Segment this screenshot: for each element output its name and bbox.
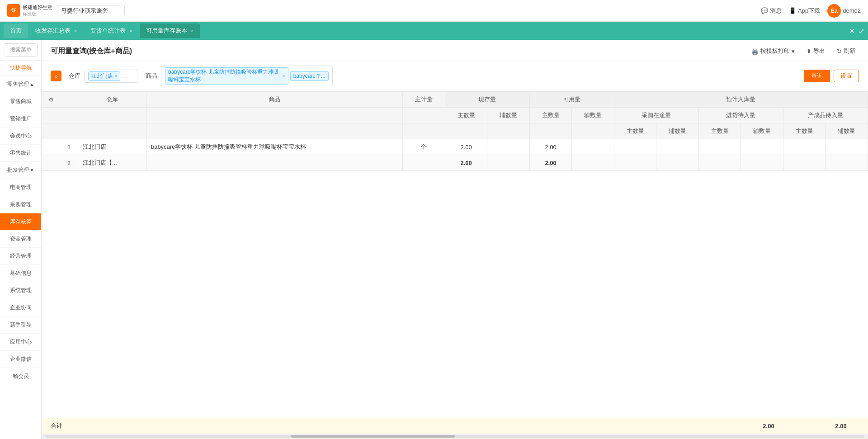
sidebar-item-system-mgmt[interactable]: 系统管理 bbox=[0, 282, 41, 299]
td-pro-main-2 bbox=[783, 155, 826, 171]
sidebar-item-ops-mgmt[interactable]: 经营管理 bbox=[0, 248, 41, 265]
sidebar-item-retail-mall[interactable]: 零售商城 bbox=[0, 93, 41, 110]
th-warehouse: 仓库 bbox=[78, 92, 146, 108]
td-unit-2 bbox=[403, 155, 445, 171]
print-icon: 🖨️ bbox=[751, 48, 759, 55]
chevron-down-icon-2: ▼ bbox=[30, 168, 34, 173]
product-tag-container[interactable]: babycare学饮杯 儿童防摔防撞吸管杯重力球吸嘴杯宝宝水杯 × babyca… bbox=[161, 66, 333, 86]
query-btn[interactable]: 查询 bbox=[804, 70, 830, 82]
logo-area: 好 畅捷通好生意 标准版 bbox=[7, 4, 52, 17]
th-num-sub bbox=[60, 108, 78, 123]
warehouse-tag: 江北门店 × bbox=[88, 71, 120, 81]
td-warehouse-1: 江北门店 bbox=[78, 139, 146, 155]
nav-tabs-right: ✕ ⤢ bbox=[849, 27, 868, 35]
sidebar-item-retail-stats[interactable]: 零售统计 bbox=[0, 145, 41, 162]
quick-nav-btn[interactable]: 快捷导航 bbox=[0, 61, 41, 76]
scrollbar-track bbox=[45, 435, 864, 438]
summary-label: 合计 bbox=[51, 422, 114, 430]
td-cur-aux-1 bbox=[487, 139, 530, 155]
th-avl-aux-3 bbox=[572, 123, 614, 139]
tab-receivable[interactable]: 收发存汇总表 × bbox=[29, 24, 83, 38]
sidebar-item-enterprise-wechat[interactable]: 企业微信 bbox=[0, 351, 41, 368]
tab-receivable-close[interactable]: × bbox=[74, 28, 77, 33]
sidebar-item-ecommerce-mgmt[interactable]: 电商管理 bbox=[0, 179, 41, 196]
tab-available-stock[interactable]: 可用量库存账本 × bbox=[140, 24, 200, 38]
warehouse-tag-container[interactable]: 江北门店 × ... bbox=[84, 70, 138, 83]
sidebar-item-finance-mgmt[interactable]: 资金管理 bbox=[0, 231, 41, 248]
product-label: 商品 bbox=[146, 72, 157, 80]
warehouse-more[interactable]: ... bbox=[122, 73, 127, 80]
th-num-3 bbox=[60, 123, 78, 139]
chevron-down-icon: ▲ bbox=[30, 82, 34, 87]
sidebar-item-member-center[interactable]: 会员中心 bbox=[0, 127, 41, 145]
search-menu-btn[interactable]: 搜索菜单 bbox=[4, 43, 38, 57]
td-settings-2 bbox=[42, 155, 60, 171]
settings-btn[interactable]: 设置 bbox=[834, 70, 859, 82]
page-actions: 🖨️ 按模板打印 ▾ ⬆ 导出 ↻ 刷新 bbox=[748, 45, 859, 57]
sidebar-item-purchase-mgmt[interactable]: 采购管理 bbox=[0, 196, 41, 213]
td-avl-main-1: 2.00 bbox=[529, 139, 572, 155]
product-tag-2: babycare？... bbox=[290, 71, 329, 81]
th-main-unit-3 bbox=[403, 123, 445, 139]
warehouse-tag-remove[interactable]: × bbox=[114, 73, 117, 79]
industry-selector[interactable]: 母婴行业演示账套 bbox=[57, 5, 125, 16]
th-cur-aux-3 bbox=[487, 123, 530, 139]
td-inc-aux-1 bbox=[741, 139, 783, 155]
table-row: 1 江北门店 babycare学饮杯 儿童防摔防撞吸管杯重力球吸嘴杯宝宝水杯 个… bbox=[42, 139, 868, 155]
tab-available-stock-close[interactable]: × bbox=[191, 28, 193, 33]
page-header: 可用量查询(按仓库+商品) 🖨️ 按模板打印 ▾ ⬆ 导出 ↻ 刷新 bbox=[42, 40, 868, 61]
td-pro-aux-1 bbox=[826, 139, 868, 155]
print-btn[interactable]: 🖨️ 按模板打印 ▾ bbox=[748, 45, 798, 57]
message-btn[interactable]: 💬 消息 bbox=[761, 7, 782, 15]
th-avl-main-3 bbox=[529, 123, 572, 139]
industry-select[interactable]: 母婴行业演示账套 bbox=[57, 5, 125, 16]
th-cur-main-3 bbox=[445, 123, 487, 139]
filter-toggle-btn[interactable]: » bbox=[51, 71, 61, 81]
top-bar-right: 💬 消息 📱 App下载 Ea demo2 bbox=[761, 4, 861, 18]
expand-btn[interactable]: ⤢ bbox=[859, 27, 864, 35]
tab-home[interactable]: 首页 bbox=[4, 24, 28, 38]
sidebar-item-member[interactable]: 畅会员 bbox=[0, 368, 41, 385]
sidebar-item-enterprise-collab[interactable]: 企业协同 bbox=[0, 299, 41, 316]
horizontal-scrollbar[interactable] bbox=[42, 434, 868, 439]
th-purchase-group: 采购在途量 bbox=[614, 108, 698, 123]
export-btn[interactable]: ⬆ 导出 bbox=[803, 45, 829, 57]
td-product-2 bbox=[146, 155, 402, 171]
download-icon: 📱 bbox=[789, 7, 796, 14]
download-btn[interactable]: 📱 App下载 bbox=[789, 7, 820, 15]
sidebar-item-basic-info[interactable]: 基础信息 bbox=[0, 265, 41, 282]
sidebar: 搜索菜单 快捷导航 零售管理 ▲ 零售商城 营销推广 会员中心 零售统计 批发管… bbox=[0, 40, 42, 439]
th-production-main: 主数量 bbox=[783, 123, 826, 139]
refresh-btn[interactable]: ↻ 刷新 bbox=[833, 45, 859, 57]
th-product-3 bbox=[146, 123, 402, 139]
filter-actions: 查询 设置 bbox=[804, 70, 859, 82]
td-pur-main-1 bbox=[614, 139, 656, 155]
sidebar-item-marketing[interactable]: 营销推广 bbox=[0, 110, 41, 127]
tab-order-stats[interactable]: 要货单统计表 × bbox=[84, 24, 138, 38]
settings-icon[interactable]: ⚙ bbox=[48, 96, 54, 103]
th-purchase-main: 主数量 bbox=[614, 123, 656, 139]
td-pur-aux-1 bbox=[656, 139, 699, 155]
product-tag1-remove[interactable]: × bbox=[282, 73, 285, 79]
th-current-main: 主数量 bbox=[445, 108, 487, 123]
td-inc-aux-2 bbox=[741, 155, 783, 171]
th-settings-sub bbox=[42, 108, 60, 123]
td-pur-main-2 bbox=[614, 155, 656, 171]
user-area[interactable]: Ea demo2 bbox=[827, 4, 861, 18]
export-icon: ⬆ bbox=[807, 48, 811, 55]
tab-order-stats-close[interactable]: × bbox=[129, 28, 132, 33]
th-production-aux: 辅数量 bbox=[826, 123, 868, 139]
td-num-2: 2 bbox=[60, 155, 78, 171]
logo-text: 畅捷通好生意 标准版 bbox=[23, 4, 52, 17]
sidebar-item-app-center[interactable]: 应用中心 bbox=[0, 334, 41, 351]
message-icon: 💬 bbox=[761, 7, 768, 14]
sidebar-item-new-guide[interactable]: 新手引导 bbox=[0, 316, 41, 334]
warehouse-label: 仓库 bbox=[69, 72, 80, 80]
close-all-tabs-btn[interactable]: ✕ bbox=[849, 27, 855, 35]
sidebar-item-retail-mgmt[interactable]: 零售管理 ▲ bbox=[0, 76, 41, 93]
scrollbar-thumb[interactable] bbox=[291, 435, 455, 438]
top-bar-left: 好 畅捷通好生意 标准版 母婴行业演示账套 bbox=[7, 4, 125, 17]
td-inc-main-1 bbox=[698, 139, 741, 155]
sidebar-item-inventory-check[interactable]: 库存核算 bbox=[0, 213, 41, 231]
sidebar-item-wholesale-mgmt[interactable]: 批发管理 ▼ bbox=[0, 162, 41, 179]
